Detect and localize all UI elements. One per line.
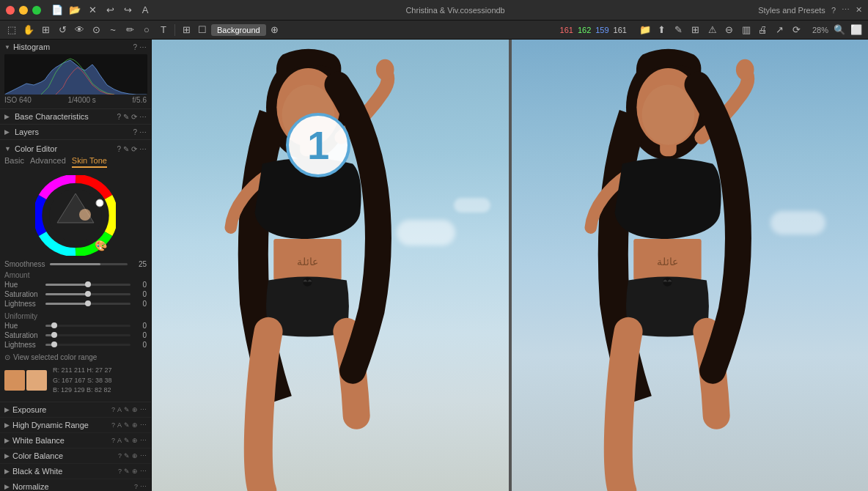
cb-row[interactable]: ▶ Color Balance ? ✎ ⊕ ⋯ <box>0 448 151 464</box>
help-icon-norm[interactable]: ? <box>134 483 138 490</box>
mask-icon[interactable]: ⊖ <box>722 23 737 37</box>
tool-crop[interactable]: ⊞ <box>38 23 53 37</box>
help-icon-hdr[interactable]: ? <box>111 421 115 429</box>
help-icon-cb[interactable]: ? <box>118 452 122 459</box>
hdr-row[interactable]: ▶ High Dynamic Range ? A ✎ ⊕ ⋯ <box>0 418 151 433</box>
saturation-label: Saturation <box>4 290 43 298</box>
lightness-slider[interactable] <box>45 303 130 305</box>
edit-icon-exp[interactable]: ✎ <box>124 406 130 413</box>
add-layer-icon[interactable]: ⊕ <box>268 23 282 37</box>
print-icon[interactable]: 🖨 <box>756 23 770 37</box>
edit-icon-cb[interactable]: ✎ <box>124 452 130 459</box>
tool-clone[interactable]: ⊙ <box>89 23 103 37</box>
tool-redeye[interactable]: 👁 <box>72 23 87 37</box>
help-icon[interactable]: ? <box>133 43 137 51</box>
layers-row[interactable]: ▶ Layers ? ⋯ <box>0 125 151 139</box>
canvas-area[interactable]: 1 <box>152 40 868 491</box>
upload-icon[interactable]: ⬆ <box>655 23 669 37</box>
edit-icon-bw[interactable]: ✎ <box>124 468 130 475</box>
close-file-icon[interactable]: ✕ <box>85 3 100 18</box>
auto-icon-wb[interactable]: A <box>117 437 122 444</box>
smoothness-slider[interactable] <box>50 263 128 265</box>
fullscreen-icon[interactable]: ⬜ <box>849 23 864 37</box>
exposure-row[interactable]: ▶ Exposure ? A ✎ ⊕ ⋯ <box>0 402 151 418</box>
more-icon-norm[interactable]: ⋯ <box>140 483 147 490</box>
redo-icon[interactable]: ↪ <box>120 3 135 18</box>
more-icon-bw[interactable]: ⋯ <box>140 468 147 475</box>
more-icon-wb[interactable]: ⋯ <box>140 437 147 444</box>
wb-row[interactable]: ▶ White Balance ? A ✎ ⊕ ⋯ <box>0 433 151 448</box>
refresh-icon[interactable]: ⟳ <box>790 23 804 37</box>
edit-icon-wb[interactable]: ✎ <box>124 437 130 444</box>
text-icon[interactable]: A <box>138 3 152 18</box>
tab-background[interactable]: Background <box>211 24 266 36</box>
more-icon-4[interactable]: ⋯ <box>139 145 147 153</box>
tool-select[interactable]: ⬚ <box>4 23 19 37</box>
more-icon-cb[interactable]: ⋯ <box>140 452 147 459</box>
help-icon-2[interactable]: ? <box>117 113 121 121</box>
u-hue-slider[interactable] <box>45 325 130 327</box>
compare-icon[interactable]: ▥ <box>739 23 754 37</box>
edit-icon-4[interactable]: ✎ <box>123 145 129 153</box>
edit-icon-2[interactable]: ✎ <box>123 113 129 121</box>
copy-icon-bw[interactable]: ⊕ <box>132 468 138 475</box>
tool-heal[interactable]: ~ <box>106 23 120 37</box>
help-icon-4[interactable]: ? <box>117 145 121 153</box>
tool-text[interactable]: T <box>156 23 171 37</box>
tool-draw[interactable]: ✏ <box>122 23 137 37</box>
wheel-container: 🎨 <box>35 175 116 257</box>
settings-icon[interactable]: ⋯ <box>139 43 147 51</box>
u-saturation-slider[interactable] <box>45 334 130 336</box>
warning-icon[interactable]: ⚠ <box>705 23 720 37</box>
edit-icon[interactable]: ✎ <box>672 23 686 37</box>
copy-icon-hdr[interactable]: ⊕ <box>132 421 138 429</box>
histogram-chevron[interactable]: ▼ <box>4 44 10 51</box>
copy-icon-exp[interactable]: ⊕ <box>132 406 138 413</box>
undo-icon[interactable]: ↩ <box>103 3 117 18</box>
open-icon[interactable]: 📂 <box>67 3 82 18</box>
tab-basic[interactable]: Basic <box>4 156 24 168</box>
tab-advanced[interactable]: Advanced <box>30 156 66 168</box>
wheel-skin-icon[interactable]: 🎨 <box>95 240 107 251</box>
copy-icon-cb[interactable]: ⊕ <box>132 452 138 459</box>
refresh-icon-4[interactable]: ⟳ <box>131 145 137 153</box>
swatch-2[interactable] <box>26 370 47 391</box>
folder-icon[interactable]: 📁 <box>638 23 652 37</box>
zoom-icon[interactable]: 🔍 <box>832 23 847 37</box>
more-icon-hdr[interactable]: ⋯ <box>140 421 147 429</box>
grid-icon[interactable]: ⊞ <box>179 23 194 37</box>
color-numbers: 161 162 159 161 <box>560 26 627 34</box>
layout-icon[interactable]: ⊞ <box>688 23 703 37</box>
close-button[interactable] <box>6 6 15 15</box>
more-icon-3[interactable]: ⋯ <box>139 128 147 136</box>
minimize-button[interactable] <box>19 6 28 15</box>
svg-text:عائلة: عائلة <box>656 256 677 267</box>
tool-hand[interactable]: ✋ <box>21 23 36 37</box>
help-icon-exp[interactable]: ? <box>111 406 115 413</box>
auto-icon-hdr[interactable]: A <box>117 421 122 429</box>
tab-skin-tone[interactable]: Skin Tone <box>72 156 107 168</box>
swatch-1[interactable] <box>4 370 25 391</box>
u-lightness-slider[interactable] <box>45 344 130 346</box>
view-color-range[interactable]: ⊙ View selected color range <box>0 350 151 364</box>
more-icon-exp[interactable]: ⋯ <box>140 406 147 413</box>
refresh-icon-2[interactable]: ⟳ <box>131 113 137 121</box>
help-icon-wb[interactable]: ? <box>111 437 115 444</box>
base-characteristics-row[interactable]: ▶ Base Characteristics ? ✎ ⟳ ⋯ <box>0 109 151 124</box>
file-icon[interactable]: 📄 <box>50 3 65 18</box>
edit-icon-hdr[interactable]: ✎ <box>124 421 130 429</box>
help-icon-3[interactable]: ? <box>133 128 137 136</box>
copy-icon-wb[interactable]: ⊕ <box>132 437 138 444</box>
check-icon[interactable]: ☐ <box>195 23 210 37</box>
auto-icon-exp[interactable]: A <box>117 406 122 413</box>
more-icon-2[interactable]: ⋯ <box>139 113 147 121</box>
saturation-slider[interactable] <box>45 293 130 295</box>
bw-row[interactable]: ▶ Black & White ? ✎ ⊕ ⋯ <box>0 464 151 479</box>
hue-slider[interactable] <box>45 284 130 286</box>
tool-shape[interactable]: ○ <box>139 23 154 37</box>
share-icon[interactable]: ↗ <box>773 23 787 37</box>
normalize-row[interactable]: ▶ Normalize ? ⋯ <box>0 479 151 492</box>
tool-rotate[interactable]: ↺ <box>55 23 70 37</box>
help-icon-bw[interactable]: ? <box>118 468 122 475</box>
maximize-button[interactable] <box>32 6 41 15</box>
